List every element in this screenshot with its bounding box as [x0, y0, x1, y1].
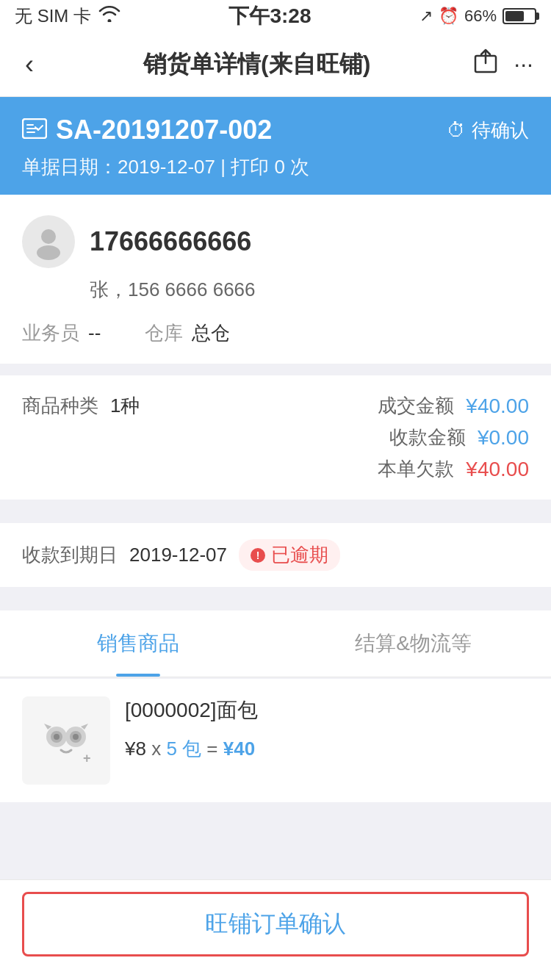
- product-count: 商品种类 1种: [22, 393, 140, 419]
- due-section: 收款到期日 2019-12-07 ! 已逾期: [0, 523, 551, 587]
- status-bar: 无 SIM 卡 下午3:28 ↗ ⏰ 66%: [0, 0, 551, 32]
- overdue-icon: !: [251, 548, 265, 563]
- avatar: [22, 215, 75, 268]
- owed-row: 本单欠款 ¥40.00: [378, 456, 529, 482]
- product-price: ¥8: [125, 738, 146, 760]
- product-count-value: 1种: [110, 393, 140, 419]
- product-qty: 5: [166, 738, 176, 760]
- svg-point-2: [41, 229, 56, 244]
- svg-point-8: [54, 734, 60, 740]
- status-time: 下午3:28: [228, 2, 311, 30]
- back-button[interactable]: ‹: [18, 42, 41, 87]
- warehouse-value: 总仓: [192, 320, 230, 346]
- product-count-label: 商品种类: [22, 393, 98, 419]
- transaction-value: ¥40.00: [466, 394, 529, 418]
- customer-section: 17666666666 张，156 6666 6666 业务员 -- 仓库 总仓: [0, 195, 551, 364]
- owed-label: 本单欠款: [378, 456, 454, 482]
- order-header: SA-20191207-002 ⏱ 待确认 单据日期：2019-12-07 | …: [0, 97, 551, 195]
- order-id-row: SA-20191207-002 ⏱ 待确认: [22, 115, 529, 145]
- tabs-row: 销售商品 结算&物流等: [0, 610, 551, 677]
- nav-actions: ···: [472, 48, 533, 81]
- salesman-meta: 业务员 --: [22, 320, 101, 346]
- overdue-badge: ! 已逾期: [239, 539, 340, 571]
- product-list: + [0000002]面包 ¥8 x 5 包 = ¥40: [0, 679, 551, 802]
- transaction-row: 成交金额 ¥40.00: [378, 393, 529, 419]
- warehouse-label: 仓库: [145, 320, 183, 346]
- product-equals: =: [206, 738, 223, 760]
- page-title: 销货单详情(来自旺铺): [143, 48, 370, 81]
- due-date: 2019-12-07: [129, 544, 227, 566]
- svg-text:+: +: [83, 751, 91, 765]
- location-icon: ↗: [419, 7, 433, 26]
- customer-phone: 17666666666: [90, 226, 251, 257]
- status-left: 无 SIM 卡: [15, 4, 120, 28]
- product-item: + [0000002]面包 ¥8 x 5 包 = ¥40: [0, 679, 551, 802]
- share-icon[interactable]: [472, 48, 499, 81]
- customer-meta: 业务员 -- 仓库 总仓: [22, 314, 529, 346]
- salesman-value: --: [88, 322, 101, 345]
- divider-1: [0, 511, 551, 523]
- product-name: [0000002]面包: [125, 696, 529, 724]
- order-icon: [22, 115, 47, 145]
- transaction-label: 成交金额: [378, 393, 454, 419]
- product-unit: 包: [182, 738, 201, 760]
- carrier-text: 无 SIM 卡: [15, 4, 91, 28]
- product-total: ¥40: [223, 738, 255, 760]
- battery-icon: [503, 8, 536, 24]
- nav-bar: ‹ 销货单详情(来自旺铺) ···: [0, 32, 551, 97]
- order-status: ⏱ 待确认: [447, 118, 529, 143]
- confirm-button-wrap: 旺铺订单确认: [0, 879, 551, 980]
- received-row: 收款金额 ¥0.00: [389, 425, 529, 450]
- more-icon[interactable]: ···: [514, 51, 533, 78]
- customer-name: 张，156 6666 6666: [90, 277, 529, 303]
- status-right: ↗ ⏰ 66%: [419, 7, 536, 26]
- alarm-icon: ⏰: [439, 7, 458, 26]
- status-clock-icon: ⏱: [447, 119, 466, 142]
- salesman-label: 业务员: [22, 320, 79, 346]
- svg-point-3: [37, 245, 60, 260]
- order-id: SA-20191207-002: [22, 115, 272, 145]
- overdue-text: 已逾期: [271, 542, 328, 568]
- amounts-right: 成交金额 ¥40.00 收款金额 ¥0.00 本单欠款 ¥40.00: [378, 393, 529, 482]
- product-multiply: x: [151, 738, 166, 760]
- warehouse-meta: 仓库 总仓: [145, 320, 230, 346]
- battery-text: 66%: [464, 7, 497, 26]
- confirm-order-button[interactable]: 旺铺订单确认: [22, 892, 529, 956]
- tabs-section: 销售商品 结算&物流等: [0, 610, 551, 677]
- customer-main-row: 17666666666: [22, 215, 529, 268]
- divider-2: [0, 599, 551, 610]
- wifi-icon: [98, 6, 120, 26]
- owed-value: ¥40.00: [466, 458, 529, 481]
- order-date: 单据日期：2019-12-07 | 打印 0 次: [22, 154, 529, 180]
- tab-settlement[interactable]: 结算&物流等: [276, 610, 551, 677]
- amount-section: 商品种类 1种 成交金额 ¥40.00 收款金额 ¥0.00 本单欠款 ¥40.…: [0, 375, 551, 500]
- received-label: 收款金额: [389, 425, 466, 450]
- svg-point-9: [73, 734, 79, 740]
- tab-sales-products[interactable]: 销售商品: [0, 610, 276, 677]
- product-price-row: ¥8 x 5 包 = ¥40: [125, 736, 529, 762]
- received-value: ¥0.00: [478, 426, 529, 450]
- due-label: 收款到期日: [22, 542, 118, 568]
- product-info: [0000002]面包 ¥8 x 5 包 = ¥40: [125, 696, 529, 762]
- product-thumbnail: +: [22, 696, 110, 785]
